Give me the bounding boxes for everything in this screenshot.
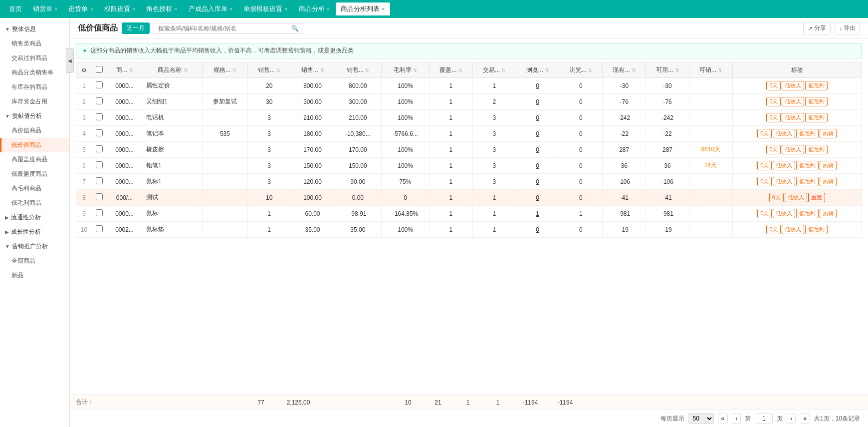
page-size-select[interactable]: 50 100 200 — [688, 413, 714, 424]
table-container: ⚙ 商... ⇅ 商品名称 ⇅ 规格... ⇅ 销售... ⇅ 销售... ⇅ … — [70, 62, 868, 395]
sort-icon[interactable]: ⇅ — [545, 67, 549, 73]
td-name: 鼠标 — [143, 206, 202, 222]
sidebar-group-contribution[interactable]: ▼ 贡献值分析 — [0, 109, 69, 123]
browse-link[interactable]: 1 — [536, 210, 539, 217]
sidebar-group-flow[interactable]: ▶ 流通性分析 — [0, 210, 69, 225]
first-page-button[interactable]: « — [718, 414, 728, 424]
close-icon[interactable]: × — [229, 6, 232, 12]
browse-link[interactable]: 0 — [536, 114, 539, 121]
product-tag: 低收入 — [782, 225, 804, 234]
close-icon[interactable]: × — [284, 6, 287, 12]
page-number-input[interactable] — [755, 414, 773, 424]
td-cover: 1 — [430, 126, 473, 142]
browse-link[interactable]: 0 — [536, 226, 539, 233]
td-sales3: 210.00 — [334, 110, 382, 126]
nav-product-entry[interactable]: 产成品入库单 × — [184, 2, 237, 15]
close-icon[interactable]: × — [90, 6, 93, 12]
sidebar-item-category-sales-rate[interactable]: 商品分类销售率 — [0, 65, 69, 80]
sort-icon[interactable]: ⇅ — [675, 67, 679, 73]
td-browse2: 0 — [559, 110, 603, 126]
sidebar-item-low-value[interactable]: 低价值商品 — [0, 138, 69, 152]
chevron-down-icon: ▼ — [5, 26, 10, 32]
td-browse1: 0 — [516, 222, 559, 238]
next-page-button[interactable]: › — [787, 414, 796, 424]
sidebar-item-new-goods[interactable]: 新品 — [0, 268, 69, 283]
sidebar-item-high-margin[interactable]: 高毛利商品 — [0, 181, 69, 196]
nav-role-auth[interactable]: 角色授权 × — [141, 2, 182, 15]
table-row: 3 0000... 电话机 3 210.00 210.00 100% 1 3 0… — [76, 110, 862, 126]
select-all-checkbox[interactable] — [96, 66, 103, 73]
share-button[interactable]: ↗ 分享 — [803, 22, 831, 34]
td-browse2: 0 — [559, 94, 603, 110]
sidebar-item-stock-goods[interactable]: 有库存的商品 — [0, 80, 69, 94]
td-sales1: 3 — [247, 174, 291, 190]
sidebar-collapse-button[interactable]: ◀ — [66, 48, 74, 73]
sidebar-item-high-value[interactable]: 高价值商品 — [0, 123, 69, 138]
sort-icon[interactable]: ⇅ — [632, 67, 636, 73]
sort-icon[interactable]: ⇅ — [129, 67, 133, 73]
days-badge: 0天 — [757, 209, 772, 218]
sidebar-group-overall[interactable]: ▼ 整体信息 — [0, 22, 69, 36]
sidebar-item-inventory-capital[interactable]: 库存资金占用 — [0, 94, 69, 109]
filter-period-button[interactable]: 近一月 — [122, 22, 150, 34]
sidebar-item-sales-goods[interactable]: 销售类商品 — [0, 36, 69, 51]
sidebar-item-high-coverage[interactable]: 高覆盖度商品 — [0, 152, 69, 167]
sort-icon[interactable]: ⇅ — [184, 67, 188, 73]
sort-icon[interactable]: ⇅ — [365, 67, 369, 73]
sort-icon[interactable]: ⇅ — [718, 67, 722, 73]
sidebar-group-growth[interactable]: ▶ 成长性分析 — [0, 225, 69, 239]
td-sales2: 180.00 — [291, 126, 334, 142]
row-checkbox[interactable] — [96, 97, 103, 104]
row-checkbox[interactable] — [96, 225, 103, 232]
search-input[interactable] — [158, 25, 289, 32]
search-icon[interactable]: 🔍 — [291, 25, 299, 32]
browse-link[interactable]: 0 — [536, 178, 539, 185]
sort-icon[interactable]: ⇅ — [232, 67, 236, 73]
close-icon[interactable]: × — [382, 6, 385, 12]
last-page-button[interactable]: » — [800, 414, 810, 424]
sidebar-item-all-goods[interactable]: 全部商品 — [0, 254, 69, 268]
total-spacer — [583, 399, 618, 406]
row-checkbox[interactable] — [96, 113, 103, 120]
nav-home[interactable]: 首页 — [4, 2, 27, 15]
browse-link[interactable]: 0 — [536, 146, 539, 153]
nav-product-analysis-list[interactable]: 商品分析列表 × — [336, 2, 390, 15]
export-button[interactable]: ↓ 导出 — [835, 22, 860, 34]
browse-link[interactable]: 0 — [536, 98, 539, 105]
sort-icon[interactable]: ⇅ — [276, 67, 280, 73]
prev-page-button[interactable]: ‹ — [732, 414, 741, 424]
nav-product-analysis[interactable]: 商品分析 × — [294, 2, 335, 15]
close-icon[interactable]: × — [327, 6, 330, 12]
row-checkbox[interactable] — [96, 81, 103, 88]
th-settings[interactable]: ⚙ — [76, 63, 92, 78]
td-saleable — [689, 222, 732, 238]
sidebar-item-traded-goods[interactable]: 交易过的商品 — [0, 51, 69, 65]
sort-icon[interactable]: ⇅ — [588, 67, 592, 73]
sort-icon[interactable]: ⇅ — [458, 67, 462, 73]
row-checkbox[interactable] — [96, 193, 103, 200]
nav-purchase[interactable]: 进货单 × — [63, 2, 98, 15]
sort-icon[interactable]: ⇅ — [501, 67, 505, 73]
chevron-right-icon: ▶ — [5, 215, 9, 220]
row-checkbox[interactable] — [96, 145, 103, 152]
close-icon[interactable]: × — [132, 6, 135, 12]
nav-permissions[interactable]: 权限设置 × — [99, 2, 140, 15]
row-checkbox[interactable] — [96, 209, 103, 216]
close-icon[interactable]: × — [174, 6, 177, 12]
td-checkbox — [92, 78, 106, 94]
sidebar-group-marketing[interactable]: ▼ 营销推广分析 — [0, 239, 69, 254]
sort-icon[interactable]: ⇅ — [413, 67, 417, 73]
nav-template-settings[interactable]: 单据模板设置 × — [238, 2, 292, 15]
row-checkbox[interactable] — [96, 177, 103, 184]
close-icon[interactable]: × — [54, 6, 57, 12]
browse-link[interactable]: 0 — [536, 82, 539, 89]
row-checkbox[interactable] — [96, 161, 103, 168]
browse-link[interactable]: 0 — [536, 162, 539, 169]
sort-icon[interactable]: ⇅ — [320, 67, 324, 73]
sidebar-item-low-coverage[interactable]: 低覆盖度商品 — [0, 167, 69, 181]
row-checkbox[interactable] — [96, 129, 103, 136]
browse-link[interactable]: 0 — [536, 130, 539, 137]
browse-link[interactable]: 0 — [536, 194, 539, 201]
nav-sales-order[interactable]: 销货单 × — [28, 2, 62, 15]
sidebar-item-low-margin[interactable]: 低毛利商品 — [0, 196, 69, 210]
